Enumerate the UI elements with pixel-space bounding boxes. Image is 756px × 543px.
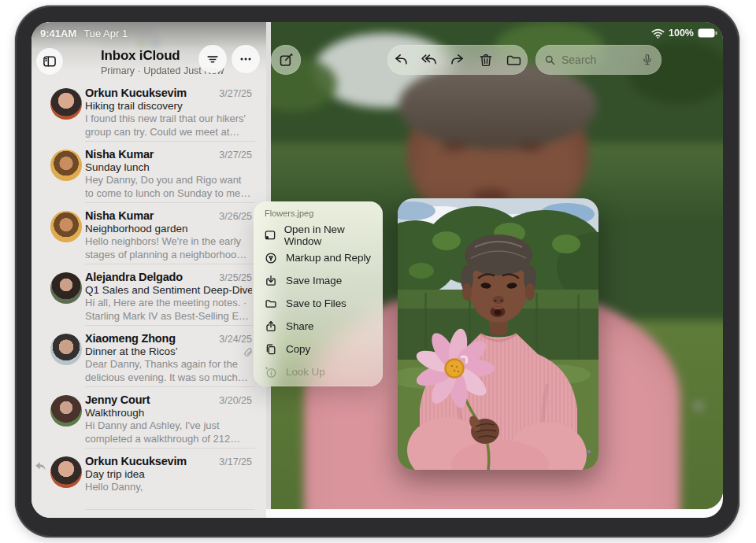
sender-name: Orkun Kucuksevim: [85, 455, 213, 467]
email-list-item[interactable]: Orkun Kucuksevim3/17/25 Day trip idea He…: [32, 449, 266, 510]
compose-button[interactable]: [271, 45, 301, 75]
menu-item-label: Look Up: [286, 366, 325, 378]
context-menu-title: Flowers.jpeg: [254, 209, 383, 223]
reply-all-button[interactable]: [416, 45, 444, 75]
reply-icon: [393, 52, 410, 68]
screen: Inbox iCloud Primary · Updated Just Now: [32, 22, 723, 518]
mail-sidebar: Inbox iCloud Primary · Updated Just Now: [32, 22, 266, 518]
attachment-context-menu: Flowers.jpeg Open in New Window Markup a…: [254, 201, 383, 386]
email-date: 3/24/25: [219, 334, 252, 345]
sender-name: Xiaomeng Zhong: [85, 332, 213, 345]
menu-item-label: Save Image: [286, 275, 342, 286]
menu-item-save-to-files[interactable]: Save to Files: [254, 292, 383, 315]
email-date: 3/26/25: [219, 211, 252, 222]
email-subject: Neighborhood garden: [85, 223, 252, 235]
look-up-icon: [263, 366, 279, 379]
email-list-item[interactable]: Alejandra Delgado3/25/25 Q1 Sales and Se…: [32, 264, 266, 326]
sidebar-toggle-icon: [42, 54, 57, 69]
sender-name: Orkun Kucuksevim: [85, 87, 213, 99]
email-preview: Hi all, Here are the meeting notes. · St…: [85, 297, 252, 323]
sender-name: Po-Chun Yeh: [85, 516, 213, 518]
email-list-item[interactable]: Nisha Kumar3/26/25 Neighborhood garden H…: [32, 203, 266, 264]
more-options-button[interactable]: [232, 45, 260, 73]
email-list-item[interactable]: Xiaomeng Zhong3/24/25 Dinner at the Rico…: [32, 326, 266, 387]
avatar: [50, 334, 82, 365]
sidebar-toggle-button[interactable]: [36, 48, 63, 75]
email-date: 3/17/25: [219, 456, 252, 467]
email-preview: Hello Danny,: [85, 481, 252, 494]
avatar: [50, 272, 82, 304]
menu-item-label: Save to Files: [286, 297, 346, 309]
menu-item-markup-and-reply[interactable]: Markup and Reply: [254, 246, 383, 269]
email-list-item[interactable]: Po-Chun Yeh3/14/25: [32, 510, 266, 518]
attachment-paperclip-icon: [243, 347, 254, 357]
email-preview: I found this new trail that our hikers' …: [85, 113, 252, 139]
save-to-files-icon: [263, 297, 279, 310]
ipad-device-frame: Inbox iCloud Primary · Updated Just Now: [15, 6, 739, 537]
email-subject: Q1 Sales and Sentiment Deep-Dive: [85, 284, 252, 296]
compose-icon: [278, 52, 295, 68]
menu-item-share[interactable]: Share: [254, 315, 383, 338]
sender-name: Nisha Kumar: [85, 209, 213, 222]
email-subject: Dinner at the Ricos’: [85, 345, 241, 357]
menu-item-look-up[interactable]: Look Up: [254, 360, 383, 383]
avatar: [50, 395, 82, 427]
email-subject: Day trip idea: [85, 468, 252, 480]
email-list: Orkun Kucuksevim3/27/25 Hiking trail dis…: [32, 80, 266, 518]
copy-icon: [263, 343, 279, 356]
menu-item-open-in-new-window[interactable]: Open in New Window: [254, 223, 383, 246]
avatar: [50, 150, 82, 181]
share-icon: [263, 320, 279, 333]
mic-icon[interactable]: [642, 54, 653, 67]
email-list-item[interactable]: Orkun Kucuksevim3/27/25 Hiking trail dis…: [32, 80, 266, 142]
forward-icon: [449, 52, 465, 68]
email-subject: Hiking trail discovery: [85, 100, 252, 112]
email-preview: Hey Danny, Do you and Rigo want to come …: [85, 174, 252, 200]
email-date: 3/25/25: [219, 272, 252, 283]
sender-name: Jenny Court: [85, 393, 213, 406]
forward-button[interactable]: [443, 45, 472, 75]
sender-name: Nisha Kumar: [85, 148, 213, 161]
replied-arrow-icon: [35, 461, 46, 471]
email-subject: Sunday lunch: [85, 161, 252, 173]
email-preview: Hi Danny and Ashley, I've just completed…: [85, 419, 252, 445]
folder-icon: [506, 52, 522, 68]
avatar: [50, 88, 82, 120]
menu-item-label: Open in New Window: [284, 223, 373, 247]
menu-item-save-image[interactable]: Save Image: [254, 269, 383, 292]
save-image-icon: [263, 275, 279, 287]
move-to-folder-button[interactable]: [499, 45, 528, 75]
menu-item-label: Markup and Reply: [286, 252, 371, 264]
trash-button[interactable]: [472, 45, 500, 75]
markup-and-reply-icon: [263, 252, 279, 264]
menu-item-label: Copy: [286, 343, 310, 355]
flowers-photo: [398, 198, 598, 470]
ellipsis-icon: [238, 51, 254, 67]
menu-item-label: Share: [286, 320, 314, 332]
search-bar[interactable]: [536, 45, 662, 75]
reply-all-icon: [421, 52, 438, 68]
email-subject: Walkthrough: [85, 407, 252, 419]
email-date: 3/27/25: [219, 88, 252, 99]
filter-icon: [205, 51, 220, 67]
menu-item-copy[interactable]: Copy: [254, 338, 383, 360]
message-actions-toolbar: [387, 45, 528, 75]
trash-icon: [478, 52, 494, 68]
sender-name: Alejandra Delgado: [85, 271, 213, 283]
reply-button[interactable]: [387, 45, 416, 75]
email-date: 3/27/25: [219, 150, 252, 161]
search-icon: [544, 54, 556, 66]
open-in-new-window-icon: [263, 229, 277, 242]
email-preview: Dear Danny, Thanks again for the delicio…: [85, 358, 252, 384]
email-list-item[interactable]: Nisha Kumar3/27/25 Sunday lunch Hey Dann…: [32, 142, 266, 203]
email-date: 3/20/25: [219, 395, 252, 406]
avatar: [50, 456, 82, 488]
attachment-image-preview[interactable]: [398, 198, 598, 470]
email-list-item[interactable]: Jenny Court3/20/25 Walkthrough Hi Danny …: [32, 387, 266, 449]
filter-button[interactable]: [198, 45, 227, 73]
avatar: [50, 211, 82, 242]
email-preview: Hello neighbors! We're in the early stag…: [85, 235, 252, 261]
search-input[interactable]: [561, 54, 636, 66]
